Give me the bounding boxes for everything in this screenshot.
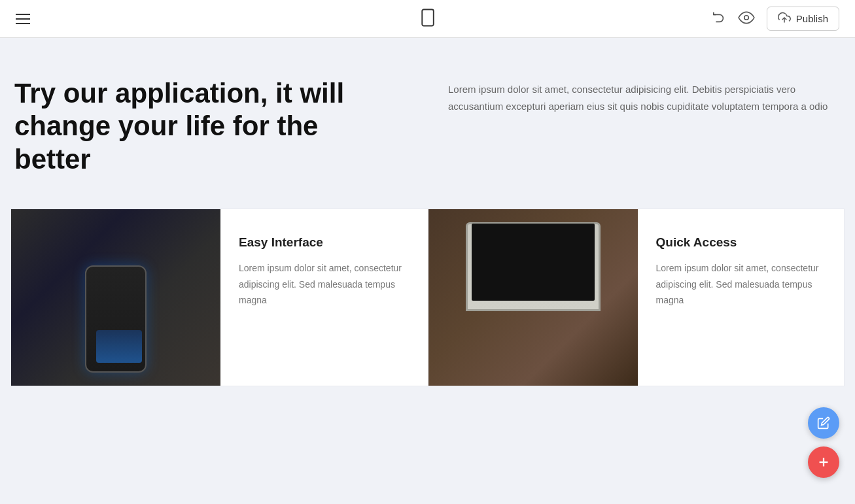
card-body-2: Quick Access Lorem ipsum dolor sit amet,…: [638, 209, 845, 386]
svg-rect-0: [422, 9, 434, 25]
preview-icon[interactable]: [738, 9, 755, 29]
card-title-1: Easy Interface: [239, 235, 410, 250]
card-image-phone: [11, 209, 220, 386]
page-content: Try our application, it will change your…: [0, 38, 855, 504]
topbar-left: [16, 14, 30, 24]
card-easy-interface: Easy Interface Lorem ipsum dolor sit ame…: [10, 209, 428, 386]
topbar: Publish: [0, 0, 855, 38]
upload-icon: [778, 11, 791, 26]
topbar-center: [418, 8, 438, 30]
mobile-preview-icon[interactable]: [418, 8, 438, 30]
fab-edit-button[interactable]: [808, 407, 839, 439]
hero-description: Lorem ipsum dolor sit amet, consectetur …: [448, 77, 841, 114]
card-body-1: Easy Interface Lorem ipsum dolor sit ame…: [220, 209, 428, 386]
publish-button[interactable]: Publish: [767, 7, 839, 31]
card-text-1: Lorem ipsum dolor sit amet, consectetur …: [239, 260, 410, 309]
publish-label: Publish: [796, 13, 828, 24]
cards-section: Easy Interface Lorem ipsum dolor sit ame…: [10, 209, 845, 386]
hero-title: Try our application, it will change your…: [14, 77, 374, 176]
phone-image-placeholder: [11, 209, 220, 386]
laptop-image-placeholder: [428, 209, 638, 386]
card-quick-access: Quick Access Lorem ipsum dolor sit amet,…: [428, 209, 845, 386]
card-title-2: Quick Access: [656, 235, 826, 250]
undo-icon[interactable]: [712, 10, 726, 27]
card-text-2: Lorem ipsum dolor sit amet, consectetur …: [656, 260, 826, 309]
menu-icon[interactable]: [16, 14, 30, 24]
card-image-laptop: [428, 209, 638, 386]
topbar-right: Publish: [712, 7, 839, 31]
hero-section: Try our application, it will change your…: [10, 77, 845, 176]
fab-add-button[interactable]: [808, 446, 839, 478]
svg-point-2: [744, 15, 749, 20]
